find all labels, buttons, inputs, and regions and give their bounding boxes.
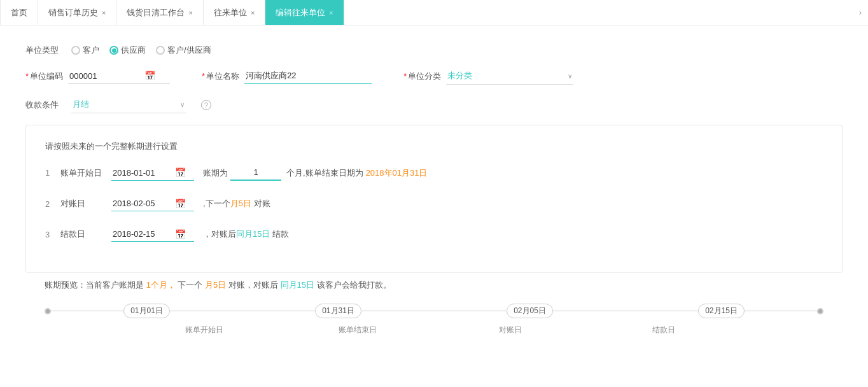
unit-category-dropdown[interactable]: 未分类 ∨ [446,67,573,85]
tab-home[interactable]: 首页 [0,0,38,25]
settings-card: 请按照未来的一个完整帐期进行设置 1 账单开始日 📅 账期为 个月,账单结束日期… [25,125,843,273]
payment-date-field[interactable] [111,227,175,241]
setting-row-2: 2 对账日 📅 ,下一个 月5日 对账 [45,196,823,211]
close-icon[interactable]: × [251,9,255,17]
payment-date-input: 📅 [111,227,194,242]
preview-part2-before: 下一个 [178,280,202,290]
unit-info-row: *单位编码 📅 *单位名称 *单位分类 未分类 ∨ [25,67,843,85]
radio-circle-customer [71,46,80,55]
row-number-1: 1 [45,168,60,178]
help-icon[interactable]: ? [201,100,211,110]
unit-category-group: *单位分类 未分类 ∨ [403,67,573,85]
bill-start-date-input: 📅 [111,165,194,181]
unit-name-group: *单位名称 [202,69,372,84]
timeline-start-dot [45,308,51,314]
close-icon[interactable]: × [188,9,192,17]
radio-supplier[interactable]: 供应商 [109,45,146,56]
period-value-input[interactable] [230,165,281,181]
preview-part2-highlight: 月5日 [205,280,226,290]
period-label: 账期为 [203,167,228,179]
timeline-line-5 [745,311,817,311]
unit-name-input[interactable] [244,69,372,84]
tab-arrow[interactable]: › [853,8,868,17]
tab-partner-unit[interactable]: 往来单位 × [204,0,265,25]
card-title: 请按照未来的一个完整帐期进行设置 [45,141,823,152]
payment-terms-row: 收款条件 月结 ∨ ? [25,96,843,113]
setting-row-3: 3 结款日 📅 ，对账后 同月15日 结款 [45,227,823,242]
preview-part3-highlight: 同月15日 [281,280,314,290]
timeline-node-4: 02月15日 [698,304,745,318]
tab-edit-partner-unit[interactable]: 编辑往来单位 × [265,0,344,25]
setting-row-1: 1 账单开始日 📅 账期为 个月,账单结束日期为 2018年01月31日 [45,165,823,181]
unit-code-label: *单位编码 [25,71,63,82]
timeline-badge-3: 02月05日 [507,304,553,318]
timeline-end-dot [817,308,823,314]
radio-group-unit-type: 客户 供应商 客户/供应商 [71,45,211,56]
reconciliation-date-input: 📅 [111,196,194,211]
preview-section: 账期预览：当前客户账期是 1个月， 下一个 月5日 对账，对账后 同月15日 该… [25,279,843,291]
reconciliation-label: 对账日 [60,198,111,209]
tab-home-label: 首页 [11,7,27,18]
timeline-badge-2: 01月31日 [315,304,361,318]
payment-terms-value: 月结 [73,99,89,110]
tab-sales-order-history-label: 销售订单历史 [48,7,98,18]
reconciliation-date-field[interactable] [111,196,175,211]
timeline-node-2: 01月31日 [315,304,361,318]
row-number-2: 2 [45,199,60,209]
calendar-icon[interactable]: 📅 [144,71,155,81]
timeline-label-1: 账单开始日 [127,322,281,335]
radio-circle-supplier [109,46,118,55]
unit-code-group: *单位编码 📅 [25,69,170,84]
calendar-icon[interactable]: 📅 [175,199,186,209]
payment-desc-after: 结款 [272,229,289,240]
bill-start-date-field[interactable] [111,165,175,180]
preview-part2-after: 对账，对账后 [228,280,278,290]
radio-circle-customer-supplier [156,46,165,55]
tab-cash-work-desk[interactable]: 钱货日清工作台 × [116,0,203,25]
payment-terms-dropdown[interactable]: 月结 ∨ [71,96,186,113]
main-content: 单位类型 客户 供应商 客户/供应商 *单位编码 📅 * [0,25,868,387]
radio-customer-supplier-label: 客户/供应商 [167,45,211,56]
timeline-node-3: 02月05日 [507,304,553,318]
payment-desc-before: ，对账后 [203,229,236,240]
preview-part1: 1个月， [146,280,176,290]
preview-part3-after: 该客户会给我打款。 [317,280,391,290]
close-icon[interactable]: × [102,9,106,17]
period-unit-label: 个月,账单结束日期为 [286,167,363,179]
radio-customer[interactable]: 客户 [71,45,99,56]
unit-code-input-wrapper: 📅 [68,69,170,84]
tab-cash-work-desk-label: 钱货日清工作台 [127,7,185,18]
chevron-down-icon: ∨ [180,101,185,108]
tab-edit-partner-unit-label: 编辑往来单位 [276,7,325,18]
calendar-icon[interactable]: 📅 [175,229,186,239]
timeline-label-3: 对账日 [434,322,587,335]
timeline-label-2: 账单结束日 [281,322,434,335]
preview-label: 账期预览：当前客户账期是 [45,280,144,290]
timeline-badge-1: 01月01日 [123,304,170,318]
timeline-section: 01月01日 01月31日 02月05日 02月15日 [25,304,843,348]
timeline-line-3 [361,311,507,311]
payment-date-label: 结款日 [60,229,111,240]
payment-highlight: 同月15日 [236,229,270,240]
reconciliation-highlight: 月5日 [230,198,251,209]
tab-sales-order-history[interactable]: 销售订单历史 × [38,0,116,25]
reconciliation-desc-before: ,下一个 [203,198,230,209]
row-number-3: 3 [45,230,60,239]
unit-name-label: *单位名称 [202,71,239,82]
payment-terms-label: 收款条件 [25,99,59,111]
unit-type-label: 单位类型 [25,45,59,56]
tabs-bar: 首页 销售订单历史 × 钱货日清工作台 × 往来单位 × 编辑往来单位 × › [0,0,868,25]
calendar-icon[interactable]: 📅 [175,167,186,178]
period-end-date: 2018年01月31日 [366,167,428,179]
timeline-line-2 [170,311,315,311]
radio-customer-label: 客户 [83,45,99,56]
radio-customer-supplier[interactable]: 客户/供应商 [156,45,211,56]
timeline-node-1: 01月01日 [123,304,170,318]
timeline-labels: 账单开始日 账单结束日 对账日 结款日 [45,322,823,335]
timeline-line-4 [553,311,698,311]
tab-partner-unit-label: 往来单位 [214,7,247,18]
unit-code-input[interactable] [68,69,144,83]
unit-category-value: 未分类 [447,70,472,81]
timeline-badge-4: 02月15日 [698,304,745,318]
close-icon[interactable]: × [329,9,333,17]
